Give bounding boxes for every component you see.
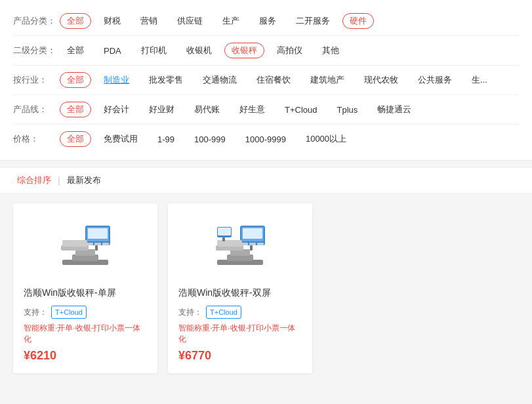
svg-rect-23 <box>217 240 242 247</box>
category-item-quanbu[interactable]: 全部 <box>60 13 91 29</box>
product-support-label-1: 支持： <box>178 307 202 318</box>
svg-rect-9 <box>95 245 98 251</box>
svg-rect-20 <box>257 243 264 245</box>
price-item-100-999[interactable]: 100-999 <box>187 132 233 146</box>
category-item-gongyinglian[interactable]: 供应链 <box>170 13 210 29</box>
category-item-yingxiao[interactable]: 营销 <box>133 13 165 29</box>
product-thumbnail-1 <box>211 220 270 273</box>
subcategory-item-shouyincheng[interactable]: 收银秤 <box>224 43 264 58</box>
product-support-label-0: 支持： <box>24 307 47 318</box>
productline-item-changjiecloud[interactable]: 畅捷通云 <box>370 102 419 117</box>
sort-item-最新发布[interactable]: 最新发布 <box>63 173 105 188</box>
product-support-badge-1: T+Cloud <box>206 306 241 319</box>
price-item-free[interactable]: 免费试用 <box>96 131 145 147</box>
category-item-erkaifuwu[interactable]: 二开服务 <box>289 13 337 29</box>
product-image-1 <box>178 214 302 279</box>
price-label: 价格： <box>13 133 56 145</box>
subcategory-item-pda[interactable]: PDA <box>96 44 129 58</box>
product-title-1: 浩顺Win版收银秤-双屏 <box>178 287 302 299</box>
svg-rect-7 <box>94 243 101 245</box>
price-item-1-99[interactable]: 1-99 <box>150 132 182 146</box>
subcategory-label: 二级分类： <box>13 45 56 56</box>
svg-rect-11 <box>62 240 87 247</box>
product-price-0: ¥6210 <box>24 349 147 363</box>
price-row: 价格： 全部 免费试用 1-99 100-999 1000-9999 10000… <box>13 125 519 153</box>
svg-rect-19 <box>249 243 256 245</box>
sort-bar: 综合排序 | 最新发布 <box>0 167 532 193</box>
price-item-10000plus[interactable]: 10000以上 <box>298 131 354 147</box>
price-item-1000-9999[interactable]: 1000-9999 <box>238 132 293 146</box>
industry-item-pifa[interactable]: 批发零售 <box>142 72 190 88</box>
product-desc-1: 智能称重·开单·收银·打印小票一体化 <box>178 323 302 345</box>
productline-item-tplus[interactable]: Tplus <box>330 103 365 117</box>
subcategory-item-shouyin[interactable]: 收银机 <box>179 43 219 58</box>
category-item-fuwu[interactable]: 服务 <box>252 13 283 29</box>
productline-row: 产品线： 全部 好会计 好业财 易代账 好生意 T+Cloud Tplus 畅捷… <box>13 95 519 125</box>
product-support-1: 支持： T+Cloud <box>178 306 302 319</box>
category-item-shengchan[interactable]: 生产 <box>215 13 247 29</box>
industry-item-zhizao[interactable]: 制造业 <box>96 72 136 88</box>
svg-rect-18 <box>241 243 248 245</box>
industry-item-more[interactable]: 生... <box>464 72 495 88</box>
product-image-0 <box>24 214 147 279</box>
subcategory-item-yinji[interactable]: 打印机 <box>134 43 174 58</box>
product-thumbnail-0 <box>56 220 115 273</box>
productline-item-houkuaiji[interactable]: 好会计 <box>96 102 136 117</box>
product-support-badge-0: T+Cloud <box>51 306 87 319</box>
price-item-quanbu[interactable]: 全部 <box>60 131 91 147</box>
industry-label: 按行业： <box>13 74 56 86</box>
productline-item-quanbu[interactable]: 全部 <box>60 102 91 117</box>
category-item-yingjian[interactable]: 硬件 <box>342 13 374 29</box>
product-support-0: 支持： T+Cloud <box>24 306 147 319</box>
industry-item-gonggong[interactable]: 公共服务 <box>411 72 459 88</box>
industry-item-jianzhu[interactable]: 建筑地产 <box>303 72 352 88</box>
product-card-1[interactable]: 浩顺Win版收银秤-双屏 支持： T+Cloud 智能称重·开单·收银·打印小票… <box>168 203 312 373</box>
industry-item-jiaotong[interactable]: 交通物流 <box>195 72 244 88</box>
svg-rect-21 <box>250 245 253 251</box>
industry-row: 按行业： 全部 制造业 批发零售 交通物流 住宿餐饮 建筑地产 现代农牧 公共服… <box>13 66 519 95</box>
svg-rect-8 <box>102 243 109 245</box>
svg-rect-5 <box>88 228 108 239</box>
subcategory-item-quanbu[interactable]: 全部 <box>60 43 91 58</box>
productline-item-houyecai[interactable]: 好业财 <box>142 102 182 117</box>
productline-item-tcloud[interactable]: T+Cloud <box>277 103 325 117</box>
category-item-caishui[interactable]: 财税 <box>96 13 128 29</box>
productline-item-houshenyi[interactable]: 好生意 <box>232 102 272 117</box>
category-row: 产品分类： 全部 财税 营销 供应链 生产 服务 二开服务 硬件 <box>13 7 519 36</box>
subcategory-item-qita[interactable]: 其他 <box>315 43 346 58</box>
product-desc-0: 智能称重·开单·收银·打印小票一体化 <box>24 323 147 345</box>
category-label: 产品分类： <box>13 15 56 27</box>
sort-item-综合排序[interactable]: 综合排序 <box>13 173 55 188</box>
productline-item-yidaizhang[interactable]: 易代账 <box>187 102 227 117</box>
product-title-0: 浩顺Win版收银秤-单屏 <box>24 287 147 299</box>
industry-item-quanbu[interactable]: 全部 <box>60 72 91 88</box>
subcategory-row: 二级分类： 全部 PDA 打印机 收银机 收银秤 高拍仪 其他 <box>13 36 519 66</box>
industry-item-nongmu[interactable]: 现代农牧 <box>357 72 405 88</box>
sort-divider: | <box>58 175 60 186</box>
svg-rect-17 <box>243 228 262 239</box>
productline-label: 产品线： <box>13 104 56 115</box>
filter-section: 产品分类： 全部 财税 营销 供应链 生产 服务 二开服务 硬件 二级分类： 全… <box>0 0 532 161</box>
product-price-1: ¥6770 <box>178 349 302 363</box>
product-card-0[interactable]: 浩顺Win版收银秤-单屏 支持： T+Cloud 智能称重·开单·收银·打印小票… <box>13 203 157 373</box>
products-area: 浩顺Win版收银秤-单屏 支持： T+Cloud 智能称重·开单·收银·打印小票… <box>0 193 532 384</box>
svg-rect-25 <box>218 228 231 235</box>
subcategory-item-gaopayi[interactable]: 高拍仪 <box>270 43 310 58</box>
svg-rect-6 <box>87 243 93 245</box>
svg-rect-26 <box>222 237 225 241</box>
industry-item-zhusucanting[interactable]: 住宿餐饮 <box>249 72 298 88</box>
